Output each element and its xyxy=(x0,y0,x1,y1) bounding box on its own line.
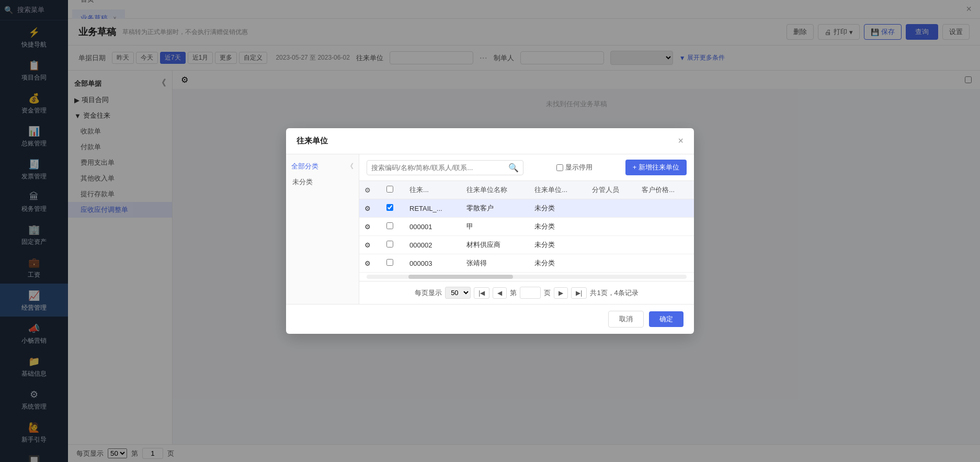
row-manager xyxy=(587,218,636,236)
row-manager xyxy=(587,254,636,273)
row-select-checkbox[interactable] xyxy=(386,204,393,211)
modal-table-container: ⚙往来...往来单位名称往来单位...分管人员客户价格... ⚙ RETAIL_… xyxy=(359,181,694,273)
first-page-button[interactable]: |◀ xyxy=(474,287,489,299)
row-category: 未分类 xyxy=(529,236,587,254)
row-settings[interactable]: ⚙ xyxy=(359,199,381,218)
row-checkbox[interactable] xyxy=(381,218,404,236)
modal-close-button[interactable]: × xyxy=(678,136,683,147)
row-price-level xyxy=(636,236,694,254)
show-disabled-checkbox[interactable] xyxy=(556,164,563,171)
row-category: 未分类 xyxy=(529,254,587,273)
row-category: 未分类 xyxy=(529,199,587,218)
row-code: 000003 xyxy=(404,254,461,273)
row-checkbox[interactable] xyxy=(381,236,404,254)
row-settings[interactable]: ⚙ xyxy=(359,254,381,273)
modal-col-header-code: 往来... xyxy=(404,181,461,199)
row-settings[interactable]: ⚙ xyxy=(359,236,381,254)
row-settings-icon: ⚙ xyxy=(364,260,371,267)
modal-table-row[interactable]: ⚙ RETAIL_... 零散客户 未分类 xyxy=(359,199,694,218)
modal-table-row[interactable]: ⚙ 000003 张靖得 未分类 xyxy=(359,254,694,273)
row-checkbox[interactable] xyxy=(381,199,404,218)
row-manager xyxy=(587,199,636,218)
modal-left-header: 全部分类 《 xyxy=(286,159,359,174)
row-code: 000002 xyxy=(404,236,461,254)
modal-table-row[interactable]: ⚙ 000002 材料供应商 未分类 xyxy=(359,236,694,254)
modal-table-header: ⚙往来...往来单位名称往来单位...分管人员客户价格... xyxy=(359,181,694,199)
add-counterpart-button[interactable]: + 新增往来单位 xyxy=(625,160,687,175)
row-select-checkbox[interactable] xyxy=(386,222,393,229)
row-settings-icon: ⚙ xyxy=(364,241,371,249)
modal-body: 全部分类 《 未分类 🔍 显示停用 + 新增往来单位 xyxy=(286,154,694,304)
modal-left-collapse-icon[interactable]: 《 xyxy=(347,162,354,171)
row-code: RETAIL_... xyxy=(404,199,461,218)
row-checkbox[interactable] xyxy=(381,254,404,273)
show-disabled-label[interactable]: 显示停用 xyxy=(556,163,592,172)
modal-left-panel: 全部分类 《 未分类 xyxy=(286,154,359,304)
modal-col-header-category: 往来单位... xyxy=(529,181,587,199)
modal-toolbar: 🔍 显示停用 + 新增往来单位 xyxy=(359,154,694,181)
confirm-button[interactable]: 确定 xyxy=(649,311,683,327)
modal-col-header-price-level: 客户价格... xyxy=(636,181,694,199)
modal-col-header-manager: 分管人员 xyxy=(587,181,636,199)
modal-table-row[interactable]: ⚙ 000001 甲 未分类 xyxy=(359,218,694,236)
modal-pagination: 每页显示 50 |◀ ◀ 第 1 页 ▶ ▶| 共1页，4条记录 xyxy=(359,281,694,304)
row-price-level xyxy=(636,199,694,218)
total-label: 共1页，4条记录 xyxy=(590,288,638,298)
modal-title: 往来单位 xyxy=(297,136,328,146)
modal-col-header-checkbox xyxy=(381,181,404,199)
modal-table: ⚙往来...往来单位名称往来单位...分管人员客户价格... ⚙ RETAIL_… xyxy=(359,181,694,273)
row-settings[interactable]: ⚙ xyxy=(359,218,381,236)
per-page-label: 每页显示 xyxy=(415,288,442,298)
modal-table-body: ⚙ RETAIL_... 零散客户 未分类 ⚙ 000001 甲 未分类 ⚙ 0… xyxy=(359,199,694,273)
row-code: 000001 xyxy=(404,218,461,236)
modal-overlay: 往来单位 × 全部分类 《 未分类 🔍 xyxy=(0,0,980,462)
row-price-level xyxy=(636,254,694,273)
row-category: 未分类 xyxy=(529,218,587,236)
modal-search-input[interactable] xyxy=(371,164,506,172)
settings-col-icon[interactable]: ⚙ xyxy=(364,186,371,194)
cancel-button[interactable]: 取消 xyxy=(608,311,644,328)
row-name: 张靖得 xyxy=(461,254,529,273)
page-label: 第 xyxy=(510,288,517,298)
row-select-checkbox[interactable] xyxy=(386,241,393,247)
prev-page-button[interactable]: ◀ xyxy=(493,287,507,299)
modal-select-all[interactable] xyxy=(386,186,393,193)
modal-right-panel: 🔍 显示停用 + 新增往来单位 ⚙往来...往来单位名称往来单位...分管人员客… xyxy=(359,154,694,304)
modal-col-header-name: 往来单位名称 xyxy=(461,181,529,199)
row-select-checkbox[interactable] xyxy=(386,259,393,266)
modal-category-unclassified[interactable]: 未分类 xyxy=(286,174,359,190)
modal-col-header-settings: ⚙ xyxy=(359,181,381,199)
row-manager xyxy=(587,236,636,254)
modal-scrollbar[interactable] xyxy=(367,275,687,279)
modal-table-header-row: ⚙往来...往来单位名称往来单位...分管人员客户价格... xyxy=(359,181,694,199)
row-name: 零散客户 xyxy=(461,199,529,218)
page-suffix: 页 xyxy=(544,288,551,298)
per-page-select[interactable]: 50 xyxy=(445,287,471,299)
modal-footer: 取消 确定 xyxy=(286,304,694,334)
modal-search-icon: 🔍 xyxy=(508,163,519,173)
row-name: 甲 xyxy=(461,218,529,236)
last-page-button[interactable]: ▶| xyxy=(571,287,587,299)
row-settings-icon: ⚙ xyxy=(364,205,371,212)
next-page-button[interactable]: ▶ xyxy=(554,287,568,299)
modal-dialog: 往来单位 × 全部分类 《 未分类 🔍 xyxy=(286,128,694,334)
modal-scrollbar-thumb xyxy=(408,275,513,279)
modal-category-list: 未分类 xyxy=(286,174,359,190)
modal-left-title: 全部分类 xyxy=(291,162,318,171)
modal-search-bar: 🔍 xyxy=(367,160,523,175)
modal-header: 往来单位 × xyxy=(286,128,694,154)
row-price-level xyxy=(636,218,694,236)
row-name: 材料供应商 xyxy=(461,236,529,254)
modal-page-input[interactable]: 1 xyxy=(520,287,541,299)
row-settings-icon: ⚙ xyxy=(364,223,371,231)
